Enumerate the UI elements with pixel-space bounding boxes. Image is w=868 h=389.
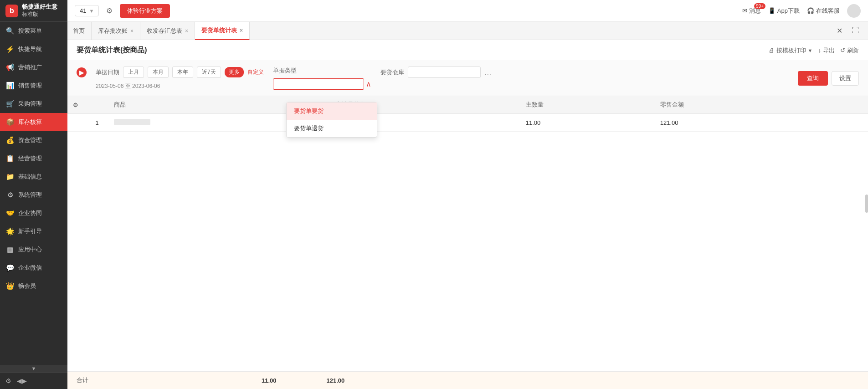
sidebar-logo: b 畅捷通好生意 标准版	[0, 0, 67, 22]
lightning-icon: ⚡	[5, 45, 15, 54]
sidebar-item-inventory-label: 库存核算	[18, 118, 42, 126]
app-version: 标准版	[22, 11, 57, 18]
type-filter-input[interactable]	[273, 78, 364, 90]
resize-handle[interactable]	[865, 194, 868, 213]
main-content: 41 ▼ ⚙ 体验行业方案 ✉ 消息 99+ 📱 App下载 🎧 在线客服	[67, 0, 868, 389]
tab-expand-icon[interactable]: ⛶	[848, 25, 863, 37]
sidebar-item-search[interactable]: 🔍 搜索菜单	[0, 22, 67, 40]
app-name: 畅捷通好生意	[22, 3, 57, 11]
dropdown-item-order-goods[interactable]: 要货单要货	[287, 102, 377, 120]
sidebar-item-guide-label: 新手引导	[18, 227, 42, 235]
topbar-settings-icon[interactable]: ⚙	[104, 5, 114, 17]
tab-order-stat[interactable]: 要货单统计表 ×	[195, 22, 250, 40]
sidebar-item-operations[interactable]: 📋 经营管理	[0, 149, 67, 168]
sidebar-item-quick-nav[interactable]: ⚡ 快捷导航	[0, 40, 67, 58]
date-filter-group: 单据日期 上月 本月 本年 近7天 更多 自定义 2023-05-06 至 20…	[96, 67, 264, 90]
th-empty	[817, 96, 868, 114]
filter-toggle-button[interactable]: ▶	[77, 67, 87, 77]
filter-settings-button[interactable]: 设置	[832, 71, 859, 86]
sidebar-item-inventory[interactable]: 📦 库存核算	[0, 113, 67, 131]
tab-summary-label: 收发存汇总表	[147, 27, 182, 35]
handshake-icon: 🤝	[5, 209, 15, 218]
tab-close-all-icon[interactable]: ✕	[833, 25, 846, 37]
sidebar-item-base-label: 基础信息	[18, 173, 42, 181]
tab-home[interactable]: 首页	[73, 22, 92, 40]
app-download-button[interactable]: 📱 App下载	[768, 7, 800, 15]
refresh-button[interactable]: ↺ 刷新	[840, 46, 859, 55]
trial-button[interactable]: 体验行业方案	[120, 4, 170, 18]
td-index: 1	[86, 114, 108, 132]
th-settings[interactable]: ⚙	[67, 96, 86, 114]
tab-batch-close-icon[interactable]: ×	[130, 28, 134, 34]
filter-buttons: 查询 设置	[798, 71, 859, 86]
topbar: 41 ▼ ⚙ 体验行业方案 ✉ 消息 99+ 📱 App下载 🎧 在线客服	[67, 0, 868, 22]
messages-button[interactable]: ✉ 消息 99+	[742, 7, 761, 15]
sidebar-item-purchase[interactable]: 🛒 采购管理	[0, 95, 67, 113]
sidebar-item-apps[interactable]: ▦ 应用中心	[0, 241, 67, 259]
page-header: 要货单统计表(按商品) 🖨 按模板打印 ▼ ↓ 导出 ↺ 刷新	[67, 40, 868, 61]
megaphone-icon: 📢	[5, 63, 15, 72]
company-selector[interactable]: 41 ▼	[75, 5, 99, 16]
clipboard-icon: 📋	[5, 154, 15, 163]
tab-batch-label: 库存批次账	[98, 27, 128, 35]
app-logo-icon: b	[5, 5, 18, 17]
date-last-month-btn[interactable]: 上月	[123, 67, 144, 78]
settings-footer-icon[interactable]: ⚙	[5, 377, 11, 384]
sidebar-scroll-down[interactable]: ▼	[0, 365, 67, 372]
td-quantity: 11.00	[520, 114, 655, 132]
sidebar-item-marketing[interactable]: 📢 营销推广	[0, 58, 67, 77]
page-actions: 🖨 按模板打印 ▼ ↓ 导出 ↺ 刷新	[769, 46, 859, 55]
date-this-month-btn[interactable]: 本月	[148, 67, 169, 78]
table-container: ⚙ 商品 主计量单位 主数量 零售金额 1	[67, 96, 868, 371]
summary-amount: 121.00	[327, 377, 345, 384]
th-index	[86, 96, 108, 114]
sidebar-item-base[interactable]: 📁 基础信息	[0, 168, 67, 186]
export-button[interactable]: ↓ 导出	[818, 46, 835, 55]
page-title: 要货单统计表(按商品)	[77, 46, 147, 55]
tab-batch[interactable]: 库存批次账 ×	[92, 22, 140, 40]
warehouse-filter-input[interactable]	[408, 67, 481, 78]
sidebar-item-sales[interactable]: 📊 销售管理	[0, 77, 67, 95]
online-service-button[interactable]: 🎧 在线客服	[807, 7, 840, 15]
sidebar-item-operations-label: 经营管理	[18, 154, 42, 163]
td-empty	[817, 114, 868, 132]
type-filter-clear-icon[interactable]: ∧	[366, 80, 371, 88]
tab-summary[interactable]: 收发存汇总表 ×	[140, 22, 195, 40]
cart-icon: 🛒	[5, 99, 15, 108]
print-button[interactable]: 🖨 按模板打印 ▼	[769, 46, 813, 55]
sidebar-navigation: 🔍 搜索菜单 ⚡ 快捷导航 📢 营销推广 📊 销售管理 🛒 采购管理 📦 库存核…	[0, 22, 67, 365]
type-filter-group: 单据类型 ∧	[273, 67, 371, 90]
date-more-btn[interactable]: 更多	[225, 67, 244, 77]
sidebar-item-guide[interactable]: 🌟 新手引导	[0, 222, 67, 241]
data-table: ⚙ 商品 主计量单位 主数量 零售金额 1	[67, 96, 868, 132]
date-custom-btn[interactable]: 自定义	[247, 68, 264, 76]
sidebar-item-quick-nav-label: 快捷导航	[18, 45, 42, 53]
warehouse-filter-label: 要货仓库	[380, 68, 404, 77]
th-quantity: 主数量	[520, 96, 655, 114]
summary-label: 合计	[77, 376, 88, 384]
sidebar-item-finance[interactable]: 💰 资金管理	[0, 131, 67, 149]
column-settings-icon[interactable]: ⚙	[73, 102, 78, 108]
type-dropdown: 要货单要货 要货单退货	[286, 102, 377, 138]
warehouse-more-icon[interactable]: …	[484, 68, 492, 77]
sidebar-item-enterprise[interactable]: 🤝 企业协同	[0, 204, 67, 222]
sidebar-item-finance-label: 资金管理	[18, 136, 42, 144]
user-avatar[interactable]	[847, 4, 861, 18]
date-last-7days-btn[interactable]: 近7天	[197, 67, 221, 78]
tab-summary-close-icon[interactable]: ×	[185, 28, 188, 34]
refresh-icon: ↺	[840, 47, 845, 54]
sidebar-item-wechat[interactable]: 💬 企业微信	[0, 259, 67, 277]
sidebar-item-member[interactable]: 👑 畅会员	[0, 277, 67, 295]
sidebar-item-apps-label: 应用中心	[18, 246, 42, 254]
gear-icon: ⚙	[5, 190, 15, 200]
date-this-year-btn[interactable]: 本年	[172, 67, 193, 78]
tab-order-stat-close-icon[interactable]: ×	[240, 27, 243, 34]
online-service-label: 在线客服	[816, 7, 840, 15]
sidebar-item-member-label: 畅会员	[18, 282, 36, 290]
sidebar: b 畅捷通好生意 标准版 🔍 搜索菜单 ⚡ 快捷导航 📢 营销推广 📊 销售管理…	[0, 0, 67, 389]
download-icon: 📱	[768, 7, 776, 14]
query-button[interactable]: 查询	[798, 71, 828, 86]
sidebar-item-system[interactable]: ⚙ 系统管理	[0, 186, 67, 204]
dropdown-item-order-return[interactable]: 要货单退货	[287, 120, 377, 137]
collapse-sidebar-icon[interactable]: ◀▶	[17, 377, 27, 384]
